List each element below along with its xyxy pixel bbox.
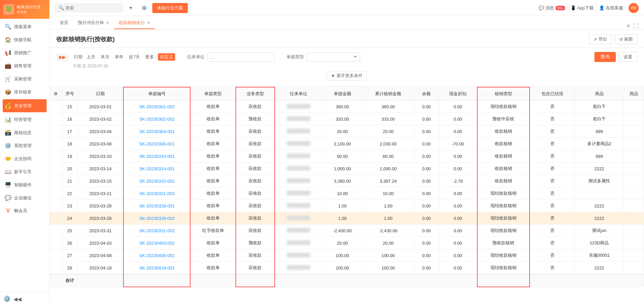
voucher-no-link[interactable]: SK-20230328-001 <box>139 203 175 208</box>
cell-accumulated: 1.00 <box>362 200 414 212</box>
voucher-no-link[interactable]: SK-20230408-001 <box>139 253 175 258</box>
date-more[interactable]: 更多 <box>144 53 155 61</box>
sidebar-item-hardware[interactable]: 🖥️ 智能硬件 <box>0 178 49 191</box>
data-table: ⚙ 序号 日期 单据编号 单据类型 业务类型 往来单位 单据金额 累计核销金额 … <box>50 87 644 287</box>
cell-product2 <box>624 125 644 138</box>
voucher-no-link[interactable]: SK-20230304-001 <box>139 129 175 134</box>
voucher-no-link[interactable]: SK-20230314-001 <box>139 166 175 171</box>
online-service-area[interactable]: 👤 在线客服 <box>599 5 623 11</box>
cell-biz-type: 应收款 <box>236 212 275 225</box>
footer-settings <box>50 274 62 287</box>
tab-home[interactable]: 首页 <box>55 17 73 29</box>
cell-voucher-type: 收款单 <box>190 101 236 113</box>
search-icon: 🔍 <box>59 5 64 10</box>
cell-balance: 0.00 <box>414 187 439 200</box>
refresh-button[interactable]: ↺ 刷新 <box>615 34 637 44</box>
voucher-no-link[interactable]: SK-20230328-002 <box>139 216 175 221</box>
cell-accumulated: 100.00 <box>362 249 414 262</box>
date-last-month[interactable]: 上月 <box>85 53 97 61</box>
cell-accumulated: 100.00 <box>362 262 414 274</box>
settings-gear-button[interactable]: ⚙️ <box>139 3 150 13</box>
cell-verify-type: 现结收款核销 <box>477 225 530 237</box>
tab-receipt-verify-close[interactable]: ✕ <box>147 20 150 25</box>
cell-product: 2222 <box>575 212 624 225</box>
voucher-no-link[interactable]: SK-20230418-001 <box>139 265 175 270</box>
sidebar-item-enterprise[interactable]: 🤝 企业协同 <box>0 152 49 165</box>
sidebar-item-sales[interactable]: 💼 销售管理 <box>0 59 49 72</box>
cell-voucher-type: 收款单 <box>190 262 236 274</box>
voucher-no-link[interactable]: SK-20230310-001 <box>139 154 175 159</box>
cell-product2 <box>624 113 644 125</box>
cell-include-settled: 否 <box>530 113 575 125</box>
voucher-no-link[interactable]: SK-20230302-002 <box>139 117 175 122</box>
settings-icon[interactable]: ⚙️ <box>3 295 11 303</box>
sidebar-item-purchase[interactable]: 🛒 采购管理 <box>0 72 49 85</box>
filter-collapse-btn[interactable]: ▶▶ <box>56 53 68 61</box>
sidebar-item-guide[interactable]: 📖 新手引导 <box>0 165 49 178</box>
sidebar-item-operation[interactable]: 📊 经营管理 <box>0 113 49 126</box>
sidebar-item-basic[interactable]: 🗃️ 基础信息 <box>0 126 49 139</box>
sidebar-item-member[interactable]: V 畅会员 <box>0 204 49 217</box>
sidebar-item-marketing[interactable]: 📢 营销推广 <box>0 46 49 59</box>
cell-biz-type: 应收款 <box>236 150 275 163</box>
voucher-no-link[interactable]: SK-20230403-002 <box>139 241 175 246</box>
table-row: 22 2023-03-21 SK-20230321-003 收款单 应收款 10… <box>50 187 644 200</box>
footer-cash-discount <box>439 274 477 287</box>
marketing-icon: 📢 <box>5 50 11 56</box>
cell-no: 22 <box>62 187 77 200</box>
cell-partner <box>275 225 323 237</box>
date-this-year[interactable]: 本年 <box>113 53 125 61</box>
sidebar-item-inventory[interactable]: 📦 库存核算 <box>0 85 49 99</box>
filter-settings-button[interactable]: 设置 <box>619 52 637 62</box>
sidebar-item-marketing-label: 营销推广 <box>14 50 32 56</box>
cell-biz-type: 应收款 <box>236 125 275 138</box>
user-avatar[interactable]: Rit <box>629 3 639 13</box>
voucher-no-link[interactable]: SK-20230331-002 <box>139 228 175 233</box>
sidebar-item-wechat[interactable]: 💬 企业微信 <box>0 191 49 204</box>
app-download-area[interactable]: 📱 App下载 <box>571 5 594 11</box>
sidebar-item-finance[interactable]: 💰 资金管理 <box>3 99 47 112</box>
footer-accumulated <box>362 274 414 287</box>
cell-balance: 0.00 <box>414 101 439 113</box>
collapse-icon[interactable]: ◀◀ <box>13 296 21 302</box>
tab-receipt-verify[interactable]: 收款核销执行 ✕ <box>114 17 155 29</box>
voucher-no-link[interactable]: SK-20230321-003 <box>139 191 175 196</box>
partner-filter-input[interactable] <box>207 53 274 62</box>
cell-verify-type: 收款核销 <box>477 150 530 163</box>
query-button[interactable]: 查询 <box>594 52 616 62</box>
cell-product: 123D商品 <box>575 237 624 249</box>
date-this-month[interactable]: 本月 <box>99 53 111 61</box>
voucher-no-link[interactable]: SK-20230308-001 <box>139 141 175 146</box>
filter-action-buttons: 查询 设置 <box>594 52 637 62</box>
message-area[interactable]: 💬 消息 99+ <box>539 5 565 11</box>
voucher-type-select[interactable] <box>307 53 360 62</box>
cell-amount: 360.00 <box>323 101 363 113</box>
col-settings-header[interactable]: ⚙ <box>50 87 62 101</box>
cell-date: 2023-03-02 <box>77 113 123 125</box>
sidebar-item-search[interactable]: 🔍 搜索菜单 <box>0 20 49 33</box>
cell-biz-type: 应收款 <box>236 175 275 187</box>
tab-advance-payment[interactable]: 预付冲应付单 ✕ <box>73 17 114 29</box>
cell-biz-type: 预收款 <box>236 113 275 125</box>
chevron-down-button[interactable]: ▼ <box>125 3 136 13</box>
sidebar-item-finance-label: 资金管理 <box>14 103 32 109</box>
cell-accumulated: 10.00 <box>362 187 414 200</box>
cell-accumulated: 20.00 <box>362 237 414 249</box>
sidebar-item-system[interactable]: ⚙️ 系统管理 <box>0 139 49 152</box>
expand-conditions-button[interactable]: ▼ 展开更多条件 <box>327 71 367 80</box>
cell-balance: 0.00 <box>414 125 439 138</box>
date-custom[interactable]: 自定义 <box>158 53 175 61</box>
solution-button[interactable]: 体验行业方案 <box>152 3 188 13</box>
cell-biz-type: 应收款 <box>236 163 275 175</box>
cell-voucher-type: 收款单 <box>190 187 236 200</box>
tab-close-all-icon[interactable]: ✕ <box>626 23 631 29</box>
voucher-no-link[interactable]: SK-20230301-002 <box>139 104 175 109</box>
search-input[interactable] <box>65 5 119 10</box>
tab-advance-payment-close[interactable]: ✕ <box>106 20 109 25</box>
voucher-no-link[interactable]: SK-20230315-002 <box>139 179 175 184</box>
cell-date: 2023-04-18 <box>77 262 123 274</box>
date-7days[interactable]: 近7天 <box>127 53 141 61</box>
tab-expand-icon[interactable]: ⛶ <box>633 23 639 29</box>
sidebar-item-quicknav[interactable]: 🏠 快捷导航 <box>0 33 49 46</box>
export-button[interactable]: ↗ 导出 <box>589 34 611 44</box>
